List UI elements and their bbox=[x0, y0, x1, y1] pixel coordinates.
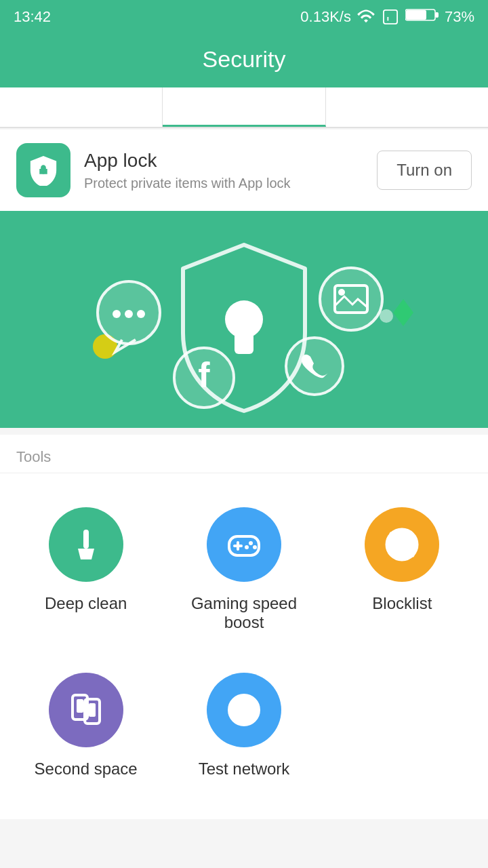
svg-rect-39 bbox=[89, 703, 96, 717]
gaming-icon-bg bbox=[207, 507, 281, 582]
signal-icon bbox=[381, 9, 400, 24]
tab-2[interactable] bbox=[163, 87, 325, 127]
turn-on-button[interactable]: Turn on bbox=[377, 151, 472, 190]
svg-rect-37 bbox=[77, 699, 83, 713]
deep-clean-icon-bg bbox=[49, 507, 123, 582]
second-space-icon-bg bbox=[49, 673, 123, 747]
svg-point-5 bbox=[42, 172, 45, 174]
app-lock-description: Protect private items with App lock bbox=[84, 176, 363, 191]
tool-blocklist[interactable]: Blocklist bbox=[323, 494, 481, 646]
tabs-row bbox=[0, 87, 488, 128]
tool-deep-clean[interactable]: Deep clean bbox=[7, 494, 165, 646]
svg-point-8 bbox=[380, 309, 393, 323]
tools-section: Tools Deep clean bbox=[0, 435, 488, 819]
tools-grid-first-row: Deep clean Gaming speed boost bbox=[0, 473, 488, 652]
svg-point-33 bbox=[245, 545, 249, 549]
tab-3[interactable] bbox=[326, 87, 488, 127]
battery-icon bbox=[405, 7, 439, 22]
tool-empty-slot bbox=[323, 659, 481, 792]
tool-gaming-speed[interactable]: Gaming speed boost bbox=[165, 494, 323, 646]
page-header: Security bbox=[0, 34, 488, 87]
test-network-icon-bg bbox=[207, 673, 281, 747]
tool-second-space[interactable]: Second space bbox=[7, 659, 165, 792]
app-lock-banner: f bbox=[0, 211, 488, 428]
gamepad-icon bbox=[224, 524, 264, 565]
tools-header: Tools bbox=[0, 435, 488, 473]
svg-point-14 bbox=[113, 310, 121, 318]
battery-percent: 73% bbox=[445, 8, 474, 26]
deep-clean-label: Deep clean bbox=[45, 594, 127, 613]
svg-point-16 bbox=[137, 310, 145, 318]
battery-level bbox=[405, 7, 439, 26]
svg-rect-4 bbox=[435, 12, 439, 18]
tools-grid-second-row: Second space Test network bbox=[0, 652, 488, 819]
blocklist-label: Blocklist bbox=[372, 594, 432, 613]
blocklist-icon-bg bbox=[365, 507, 439, 582]
network-speed: 0.13K/s bbox=[300, 8, 351, 26]
svg-point-32 bbox=[253, 545, 257, 549]
tool-test-network[interactable]: Test network bbox=[165, 659, 323, 792]
svg-rect-26 bbox=[83, 530, 89, 549]
svg-point-20 bbox=[338, 289, 345, 296]
svg-rect-0 bbox=[384, 10, 397, 24]
svg-point-22 bbox=[287, 339, 342, 393]
lock-shield-icon bbox=[28, 155, 59, 186]
tab-1[interactable] bbox=[0, 87, 163, 127]
app-lock-title: App lock bbox=[84, 150, 363, 172]
svg-point-15 bbox=[125, 310, 133, 318]
wifi-icon bbox=[357, 9, 375, 24]
app-lock-icon bbox=[16, 143, 70, 197]
svg-rect-27 bbox=[81, 549, 92, 551]
app-lock-section: App lock Protect private items with App … bbox=[0, 130, 488, 211]
svg-point-18 bbox=[321, 269, 381, 329]
broom-icon bbox=[66, 524, 106, 565]
svg-rect-11 bbox=[235, 330, 253, 354]
svg-text:f: f bbox=[198, 355, 210, 395]
test-network-label: Test network bbox=[199, 760, 290, 778]
network-test-icon bbox=[224, 690, 264, 730]
second-space-label: Second space bbox=[35, 760, 138, 778]
gaming-speed-label: Gaming speed boost bbox=[171, 594, 316, 632]
status-icons: 0.13K/s 73% bbox=[300, 7, 474, 26]
app-lock-text: App lock Protect private items with App … bbox=[84, 150, 363, 191]
status-time: 13:42 bbox=[14, 8, 51, 26]
page-title: Security bbox=[0, 46, 488, 73]
block-icon bbox=[382, 524, 422, 565]
svg-rect-3 bbox=[406, 10, 426, 20]
status-bar: 13:42 0.13K/s 73% bbox=[0, 0, 488, 34]
svg-point-31 bbox=[249, 541, 253, 545]
phone-dual-icon bbox=[66, 690, 106, 730]
